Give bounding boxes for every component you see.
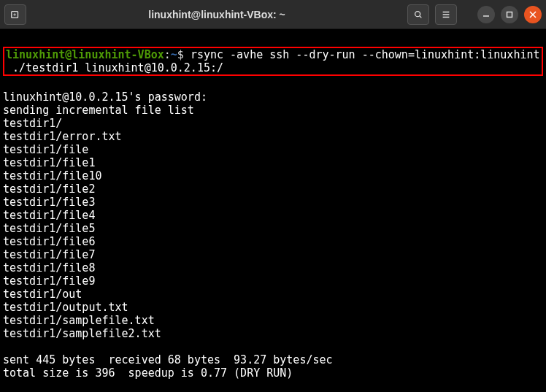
output-line: testdir1/error.txt (3, 130, 543, 143)
output-line: linuxhint@10.0.2.15's password: (3, 91, 543, 104)
output-line: testdir1/file9 (3, 274, 543, 288)
output-line: testdir1/file7 (3, 248, 543, 261)
prompt-symbol: $ (177, 48, 184, 61)
output-line (3, 340, 543, 353)
close-button[interactable] (524, 6, 542, 23)
svg-rect-2 (507, 12, 512, 17)
output-line: testdir1/out (3, 288, 543, 301)
terminal-output: linuxhint@10.0.2.15's password:sending i… (3, 91, 543, 380)
output-line: sent 445 bytes received 68 bytes 93.27 b… (3, 353, 543, 366)
output-line: testdir1/file4 (3, 209, 543, 222)
menu-button[interactable] (435, 4, 457, 25)
window-title: linuxhint@linuxhint-VBox: ~ (26, 9, 407, 20)
prompt-path: ~ (171, 48, 177, 61)
output-line: testdir1/samplefile.txt (3, 314, 543, 327)
titlebar: linuxhint@linuxhint-VBox: ~ (0, 0, 546, 29)
output-line: testdir1/file3 (3, 196, 543, 209)
output-line: testdir1/file5 (3, 222, 543, 235)
output-line: testdir1/file1 (3, 156, 543, 169)
search-button[interactable] (407, 4, 429, 25)
prompt-colon: : (164, 48, 171, 61)
output-line: total size is 396 speedup is 0.77 (DRY R… (3, 366, 543, 380)
prompt-user: linuxhint@linuxhint-VBox (6, 48, 164, 61)
terminal-area[interactable]: linuxhint@linuxhint-VBox:~$ rsync -avhe … (0, 29, 546, 392)
command-highlight: linuxhint@linuxhint-VBox:~$ rsync -avhe … (3, 47, 543, 76)
output-line: testdir1/file10 (3, 169, 543, 182)
maximize-button[interactable] (501, 6, 518, 23)
output-line: sending incremental file list (3, 104, 543, 117)
command-text-2: ./testdir1 linuxhint@10.0.2.15:/ (6, 61, 223, 74)
titlebar-left (4, 4, 26, 25)
output-line: testdir1/file6 (3, 235, 543, 248)
new-tab-button[interactable] (4, 4, 26, 25)
output-line: testdir1/output.txt (3, 301, 543, 314)
output-line: testdir1/file8 (3, 261, 543, 274)
minimize-button[interactable] (477, 6, 495, 23)
output-line: testdir1/file2 (3, 182, 543, 196)
output-line: testdir1/file (3, 143, 543, 156)
titlebar-right (407, 4, 542, 25)
command-text-1: rsync -avhe ssh --dry-run --chown=linuxh… (191, 48, 540, 61)
output-line: testdir1/ (3, 117, 543, 130)
svg-point-1 (415, 11, 420, 16)
output-line: testdir1/samplefile2.txt (3, 327, 543, 340)
